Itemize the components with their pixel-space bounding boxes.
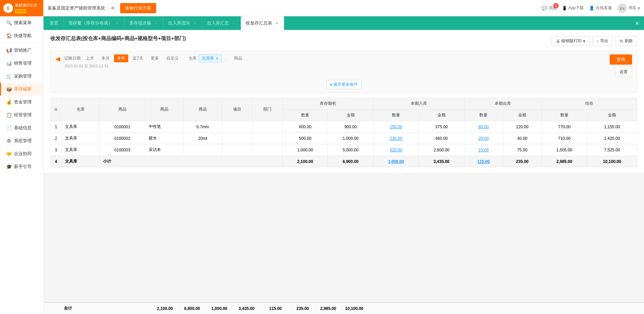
tab-inout-flow[interactable]: 出入库流水 ✕ (163, 16, 202, 30)
row-in-qty[interactable]: 520.00 (373, 144, 419, 156)
user-menu[interactable]: Ea 用友 ▾ (617, 3, 640, 13)
sidebar-item-collab[interactable]: 🤝 企业协同 (0, 147, 43, 160)
date-this-year[interactable]: 本年 (114, 54, 128, 62)
warehouse-tag-remove[interactable]: ✕ (215, 56, 219, 61)
row-project (222, 121, 252, 133)
finance-icon: 💰 (6, 99, 12, 105)
online-service-label: 在线客服 (596, 5, 612, 11)
date-more[interactable]: 更多 (148, 54, 162, 62)
row-goods-spec: 0.7mm (183, 121, 222, 133)
row-warehouse: 文具库 (62, 121, 100, 133)
online-service-button[interactable]: 👤 在线客服 (589, 5, 612, 11)
tab-close-icon[interactable]: ✕ (231, 21, 236, 26)
row-bal-amt: 7,525.00 (587, 144, 637, 156)
total-open-amt: 6,900.00 (176, 306, 203, 311)
expand-more-button[interactable]: ▾ 展开更多条件 (326, 80, 362, 89)
filter-bar: ◀ 记账日期 上月 本月 本年 近7天 更多 (50, 51, 637, 93)
settings-button[interactable]: ⚙ (108, 3, 117, 13)
row-out-qty[interactable]: 20.00 (464, 133, 503, 144)
subtotal-out-qty[interactable]: 115.00 (464, 156, 503, 167)
filter-setting-button[interactable]: 设置 (615, 67, 632, 77)
sidebar-item-label: 资金管理 (14, 99, 32, 105)
sidebar-item-purchase[interactable]: 🛒 采购管理 (0, 70, 43, 83)
mobile-icon: 📱 (562, 6, 567, 11)
tab-close-icon[interactable]: ✕ (153, 21, 158, 26)
data-table: ⚙ 仓库 商品 商品 商品 项目 部门 库存期初 本期入库 本期出库 结存 (50, 98, 637, 167)
col-out-qty: 数量 (464, 110, 503, 121)
date-range-display: 2023-01-01 至 2023-12-31 (64, 64, 606, 69)
sidebar-item-label: 营销推广 (14, 47, 32, 53)
app-download-button[interactable]: 📱 App下载 (562, 5, 584, 11)
date-custom[interactable]: 自定义 (163, 54, 182, 62)
sidebar-item-operations[interactable]: 📋 经营管理 (0, 109, 43, 121)
sales-icon: 📊 (6, 60, 12, 66)
app-logo: 6 畅捷通好生意 标准版 (0, 0, 43, 16)
total-out-amt: 235.00 (285, 306, 312, 311)
date-last-month[interactable]: 上月 (83, 54, 97, 62)
sidebar-item-finance[interactable]: 💰 资金管理 (0, 96, 43, 109)
page-title: 收发存汇总表(按仓库+商品编码+商品+规格型号+项目+部门) (50, 35, 186, 42)
table-container: ⚙ 仓库 商品 商品 商品 项目 部门 库存期初 本期入库 本期出库 结存 (50, 98, 637, 167)
warehouse-tag-value: 文具库 (202, 55, 214, 61)
col-opening-amt: 金额 (328, 110, 374, 121)
row-bal-amt: 1,155.00 (587, 121, 637, 133)
date-this-month[interactable]: 本月 (98, 54, 113, 62)
experience-button[interactable]: 体验行业方案 (120, 3, 156, 13)
subtotal-row: 4 文具库 小计 2,100.00 6,900.00 1,000.00 3,43… (51, 156, 637, 167)
print-button[interactable]: 🖨 核销版打印 ▾ (551, 36, 590, 46)
refresh-label: 刷新 (625, 38, 633, 44)
row-out-qty[interactable]: 15.00 (464, 144, 503, 156)
tab-inventory-dist[interactable]: 现存量（库存分布表） ✕ (64, 16, 125, 30)
sidebar-item-label: 库存核算 (14, 86, 32, 92)
sidebar-item-newbie[interactable]: 🎓 新手引导 (0, 160, 43, 173)
sidebar-item-quick-nav[interactable]: 🏠 快捷导航 (0, 29, 43, 42)
goods-more[interactable]: ... (244, 56, 248, 61)
row-in-amt: 460.00 (419, 133, 464, 144)
tab-home[interactable]: 首页 (45, 16, 64, 30)
total-bal-amt: 10,100.00 (340, 306, 367, 311)
app-download-label: App下载 (568, 5, 584, 11)
query-button[interactable]: 查询 (610, 54, 632, 65)
tab-inout-summary[interactable]: 出入库汇总 ✕ (202, 16, 241, 30)
tab-bar-close-button[interactable]: ✕ (631, 20, 643, 27)
tab-close-icon[interactable]: ✕ (274, 21, 279, 26)
subtotal-no: 4 (51, 156, 62, 167)
row-out-qty[interactable]: 80.00 (464, 121, 503, 133)
row-goods-spec: 20ml (183, 133, 222, 144)
printer-icon: 🖨 (556, 39, 560, 44)
export-icon: ↑ (597, 39, 599, 44)
tab-close-icon[interactable]: ✕ (115, 21, 119, 26)
sidebar-item-sales[interactable]: 📊 销售管理 (0, 57, 43, 70)
tab-batch-account[interactable]: 库存批次账 ✕ (125, 16, 163, 30)
export-button[interactable]: ↑ 导出 (592, 36, 613, 46)
row-open-qty: 1,000.00 (282, 144, 328, 156)
sidebar-item-search[interactable]: 🔍 搜索菜单 (0, 16, 43, 29)
row-in-amt: 2,600.00 (419, 144, 464, 156)
col-header-goods-spec: 商品 (183, 98, 222, 121)
row-bal-amt: 1,420.00 (587, 133, 637, 144)
tab-batch-account-label: 库存批次账 (129, 20, 151, 26)
filter-collapse-button[interactable]: ◀ (55, 54, 60, 63)
tab-recv-summary[interactable]: 收发存汇总表 ✕ (241, 16, 284, 30)
table-settings-icon[interactable]: ⚙ (54, 107, 58, 112)
tab-close-icon[interactable]: ✕ (192, 21, 197, 26)
date-7days[interactable]: 近7天 (130, 54, 146, 62)
row-bal-qty: 1,505.00 (542, 144, 587, 156)
row-in-qty[interactable]: 230.00 (373, 133, 419, 144)
row-warehouse: 文具库 (62, 133, 100, 144)
header-right: 💬 消息 6 📱 App下载 👤 在线客服 Ea 用友 ▾ (542, 3, 640, 13)
total-label: 合计 (61, 305, 108, 311)
chevron-down-icon: ▾ (638, 6, 640, 11)
subtotal-in-qty[interactable]: 1,000.00 (373, 156, 419, 167)
sidebar-item-basic-info[interactable]: 📄 基础信息 (0, 121, 43, 134)
warehouse-more[interactable]: ... (224, 56, 227, 61)
purchase-icon: 🛒 (6, 73, 12, 79)
refresh-button[interactable]: ↻ 刷新 (615, 36, 637, 46)
message-button[interactable]: 💬 消息 6 (542, 5, 557, 11)
row-in-qty[interactable]: 250.00 (373, 121, 419, 133)
tab-home-label: 首页 (50, 20, 59, 26)
sidebar-item-marketing[interactable]: 📢 营销推广 (0, 44, 43, 57)
sidebar-item-system[interactable]: ⚙ 系统管理 (0, 134, 43, 147)
subtotal-bal-amt: 10,100.00 (587, 156, 637, 167)
sidebar-item-inventory[interactable]: 📦 库存核算 (0, 83, 43, 96)
